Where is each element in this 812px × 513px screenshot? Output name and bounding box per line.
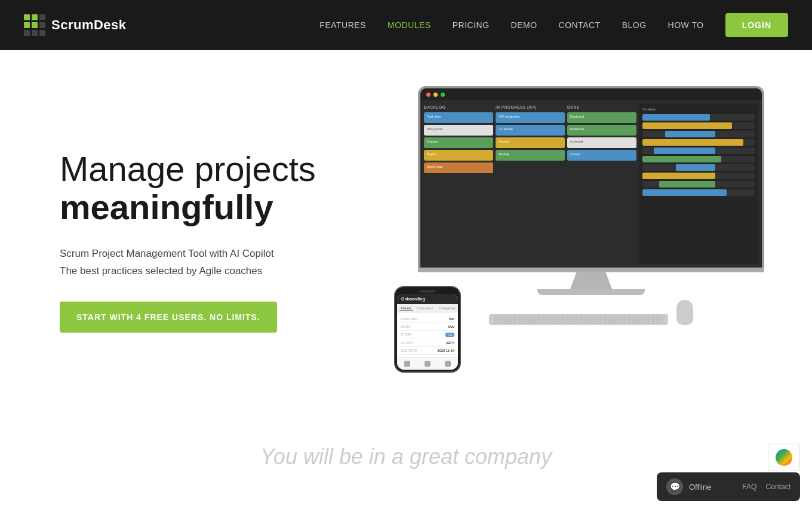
nav-modules[interactable]: MODULES bbox=[387, 20, 431, 30]
card: Bug fix bbox=[424, 150, 493, 161]
card: Closed bbox=[567, 150, 636, 161]
card: Deployed bbox=[567, 112, 636, 123]
card: UI update bbox=[496, 125, 565, 136]
chat-bubble-icon: 💬 bbox=[666, 478, 683, 481]
phone-body: Onboarding Details Comments Changelog AS… bbox=[397, 294, 458, 370]
nav-demo[interactable]: DEMO bbox=[511, 20, 537, 30]
card: Task item bbox=[424, 112, 493, 123]
phone-content: ASSIGNEE Kat TEAM Dev STORY 5 pt EFFOR bbox=[397, 313, 458, 357]
nav-howto[interactable]: HOW TO bbox=[668, 20, 704, 30]
card: Feature bbox=[424, 137, 493, 148]
card: Testing bbox=[496, 150, 565, 161]
logo-icon bbox=[24, 14, 45, 36]
phone-icon-1 bbox=[404, 361, 410, 367]
chat-widget[interactable]: 💬 Offline FAQ · Contact bbox=[657, 472, 800, 481]
recaptcha-logo-icon bbox=[776, 449, 792, 466]
card: Archived bbox=[567, 137, 636, 148]
nav-links: FEATURES MODULES PRICING DEMO CONTACT BL… bbox=[319, 13, 788, 37]
hero-visual: Backlog Task item Story point Feature Bu… bbox=[394, 86, 764, 397]
gantt-panel: Timeline bbox=[639, 104, 758, 264]
tagline-text: You will be in a great company bbox=[24, 444, 788, 469]
phone-icon-2 bbox=[425, 361, 430, 367]
keyboard-area bbox=[418, 300, 764, 325]
card: Released bbox=[567, 125, 636, 136]
board-col-done: Done Deployed Released Archived Closed bbox=[567, 104, 636, 264]
monitor-base bbox=[537, 289, 645, 295]
phone-header: Onboarding bbox=[397, 294, 458, 304]
nav-features[interactable]: FEATURES bbox=[319, 20, 366, 30]
board-col-progress: In Progress (3/4) API integration UI upd… bbox=[496, 104, 565, 264]
hero-section: Manage projects meaningfully Scrum Proje… bbox=[0, 50, 812, 420]
keyboard bbox=[489, 314, 668, 325]
scrum-board: Backlog Task item Story point Feature Bu… bbox=[420, 100, 762, 268]
card: Story point bbox=[424, 125, 493, 136]
logo-text: ScrumDesk bbox=[51, 17, 127, 33]
phone-tabs: Details Comments Changelog bbox=[397, 304, 458, 313]
desktop-mockup: Backlog Task item Story point Feature Bu… bbox=[418, 86, 764, 325]
login-button[interactable]: LOGIN bbox=[725, 13, 788, 37]
logo-link[interactable]: ScrumDesk bbox=[24, 14, 127, 36]
phone-footer bbox=[397, 357, 458, 370]
hero-text-block: Manage projects meaningfully Scrum Proje… bbox=[60, 150, 316, 333]
card: Review bbox=[496, 137, 565, 148]
card: Sprint goal bbox=[424, 162, 493, 173]
monitor-chin bbox=[418, 268, 764, 272]
hero-title: Manage projects meaningfully bbox=[60, 150, 316, 226]
navbar: ScrumDesk FEATURES MODULES PRICING DEMO … bbox=[0, 0, 812, 50]
nav-blog[interactable]: BLOG bbox=[622, 20, 647, 30]
mouse bbox=[676, 300, 693, 325]
phone-icon-3 bbox=[445, 361, 451, 367]
board-col-backlog: Backlog Task item Story point Feature Bu… bbox=[424, 104, 493, 264]
nav-contact[interactable]: CONTACT bbox=[559, 20, 601, 30]
monitor-stand bbox=[570, 272, 612, 289]
monitor-screen: Backlog Task item Story point Feature Bu… bbox=[420, 88, 762, 268]
recaptcha-badge bbox=[768, 444, 800, 471]
cta-button[interactable]: START WITH 4 FREE USERS. NO LIMITS. bbox=[60, 302, 277, 333]
nav-pricing[interactable]: PRICING bbox=[453, 20, 490, 30]
phone-mockup: Onboarding Details Comments Changelog AS… bbox=[394, 286, 461, 373]
hero-subtitle: Scrum Project Management Tool with AI Co… bbox=[60, 245, 316, 279]
card: API integration bbox=[496, 112, 565, 123]
